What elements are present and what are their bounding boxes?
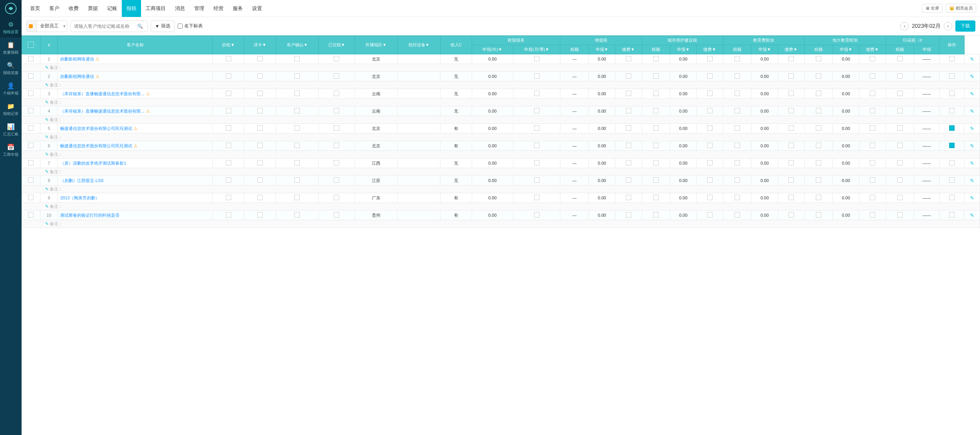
zengzhi-shenbao-cell[interactable]: [615, 54, 642, 64]
empty-checkbox[interactable]: [534, 177, 540, 183]
yinhua-shenbao-cell[interactable]: [939, 106, 965, 116]
empty-checkbox[interactable]: [897, 212, 903, 218]
jiaoyu-shenbao-cell[interactable]: [778, 106, 804, 116]
empty-checkbox[interactable]: [257, 195, 263, 200]
yinhua-shenbao-cell[interactable]: [939, 141, 965, 151]
empty-checkbox[interactable]: [226, 143, 231, 148]
qingka-cell[interactable]: [244, 89, 276, 99]
caibao-year-cell[interactable]: [513, 106, 560, 116]
difang-jiaofei-cell[interactable]: [886, 72, 914, 81]
company-name[interactable]: 勿删新税网络通信⚠: [58, 72, 213, 81]
name-table-checkbox-label[interactable]: 名下标表: [178, 23, 203, 29]
chaoshui-cell[interactable]: [213, 193, 244, 203]
empty-checkbox[interactable]: [226, 56, 231, 61]
chaoshui-cell[interactable]: [213, 158, 244, 168]
difang-shenbao-cell[interactable]: [859, 158, 886, 168]
chengshi-shenbao-cell[interactable]: [696, 89, 723, 99]
nav-service[interactable]: 服务: [228, 0, 247, 17]
edit-icon[interactable]: ✎: [970, 108, 974, 114]
action-cell[interactable]: ✎: [965, 211, 980, 220]
row-checkbox-cell[interactable]: [22, 124, 40, 133]
fullscreen-button[interactable]: 🖥 全屏: [922, 4, 943, 13]
row-select-checkbox[interactable]: [28, 177, 34, 183]
action-cell[interactable]: ✎: [965, 158, 980, 168]
empty-checkbox[interactable]: [226, 91, 231, 96]
empty-checkbox[interactable]: [788, 160, 794, 165]
empty-checkbox[interactable]: [257, 143, 263, 148]
employee-filter-select[interactable]: 全部员工 ▾: [26, 20, 67, 32]
row-select-checkbox[interactable]: [28, 56, 34, 61]
edit-icon[interactable]: ✎: [970, 160, 974, 166]
jiaoyu-shenbao-cell[interactable]: [778, 54, 804, 64]
zengzhi-jiaofei-cell[interactable]: [642, 124, 670, 133]
sidebar-item-baoshui-shezhi[interactable]: ⚙ 报税设置: [0, 17, 22, 37]
chengshi-jiaofei-cell[interactable]: [723, 106, 751, 116]
caibao-month-cell[interactable]: —: [560, 106, 589, 116]
caibao-month-cell[interactable]: —: [560, 193, 589, 203]
jiaoyu-jiaofei-cell[interactable]: [804, 72, 833, 81]
difang-shenbao-cell[interactable]: [859, 72, 886, 81]
empty-checkbox[interactable]: [534, 212, 540, 218]
search-input[interactable]: [74, 24, 136, 29]
company-name[interactable]: （勿删）江西股宝-LSS: [58, 176, 213, 185]
zengzhi-jiaofei-cell[interactable]: [642, 193, 670, 203]
qingka-cell[interactable]: [244, 72, 276, 81]
youhu-queren-cell[interactable]: [276, 141, 319, 151]
empty-checkbox[interactable]: [294, 143, 300, 148]
yiwanshui-cell[interactable]: [319, 54, 355, 64]
empty-checkbox[interactable]: [707, 160, 713, 165]
yinhua-shenbao-cell[interactable]: [939, 124, 965, 133]
empty-checkbox[interactable]: [707, 56, 713, 61]
name-table-checkbox[interactable]: [178, 24, 183, 29]
empty-checkbox[interactable]: [870, 143, 875, 148]
empty-checkbox[interactable]: [897, 73, 903, 79]
edit-icon[interactable]: ✎: [970, 56, 974, 62]
nav-fees[interactable]: 收费: [64, 0, 83, 17]
chengshi-jiaofei-cell[interactable]: [723, 193, 751, 203]
empty-checkbox[interactable]: [897, 125, 903, 131]
yiwanshui-cell[interactable]: [319, 176, 355, 185]
empty-checkbox[interactable]: [735, 212, 740, 218]
empty-checkbox[interactable]: [897, 143, 903, 148]
empty-checkbox[interactable]: [788, 125, 794, 131]
empty-checkbox[interactable]: [788, 143, 794, 148]
empty-checkbox[interactable]: [534, 91, 540, 96]
empty-checkbox[interactable]: [653, 73, 659, 79]
difang-shenbao-cell[interactable]: [859, 141, 886, 151]
sidebar-item-baoshui-lanjie[interactable]: 🔍 报税览接: [0, 58, 22, 78]
empty-checkbox[interactable]: [334, 56, 339, 61]
empty-checkbox[interactable]: [816, 143, 821, 148]
empty-checkbox[interactable]: [626, 91, 631, 96]
nav-industrial[interactable]: 工商项目: [141, 0, 170, 17]
empty-checkbox[interactable]: [949, 177, 955, 183]
zengzhi-shenbao-cell[interactable]: [615, 158, 642, 168]
action-cell[interactable]: ✎: [965, 54, 980, 64]
company-name[interactable]: （原）误删勿改李艳牙测试斯春新1: [58, 158, 213, 168]
zengzhi-shenbao-cell[interactable]: [615, 211, 642, 220]
company-name[interactable]: （库存核算）直播畅捷通信息技术股份有限...⚠: [58, 106, 213, 116]
chengshi-jiaofei-cell[interactable]: [723, 141, 751, 151]
search-box[interactable]: 🔍: [71, 20, 148, 32]
chengshi-shenbao-cell[interactable]: [696, 72, 723, 81]
zengzhi-jiaofei-cell[interactable]: [642, 211, 670, 220]
difang-shenbao-cell[interactable]: [859, 89, 886, 99]
caibao-month-cell[interactable]: —: [560, 211, 589, 220]
row-select-checkbox[interactable]: [28, 143, 34, 148]
difang-shenbao-cell[interactable]: [859, 176, 886, 185]
chengshi-shenbao-cell[interactable]: [696, 158, 723, 168]
empty-checkbox[interactable]: [735, 177, 740, 183]
empty-checkbox[interactable]: [707, 195, 713, 200]
chengshi-jiaofei-cell[interactable]: [723, 158, 751, 168]
empty-checkbox[interactable]: [707, 143, 713, 148]
empty-checkbox[interactable]: [294, 108, 300, 113]
caibao-month-cell[interactable]: —: [560, 72, 589, 81]
jiaoyu-jiaofei-cell[interactable]: [804, 89, 833, 99]
edit-icon[interactable]: ✎: [970, 195, 974, 201]
difang-shenbao-cell[interactable]: [859, 54, 886, 64]
download-button[interactable]: 下载: [955, 20, 975, 32]
caibao-year-cell[interactable]: [513, 54, 560, 64]
row-select-checkbox[interactable]: [28, 91, 34, 96]
search-icon[interactable]: 🔍: [137, 24, 143, 29]
chaoshui-cell[interactable]: [213, 176, 244, 185]
zengzhi-shenbao-cell[interactable]: [615, 89, 642, 99]
